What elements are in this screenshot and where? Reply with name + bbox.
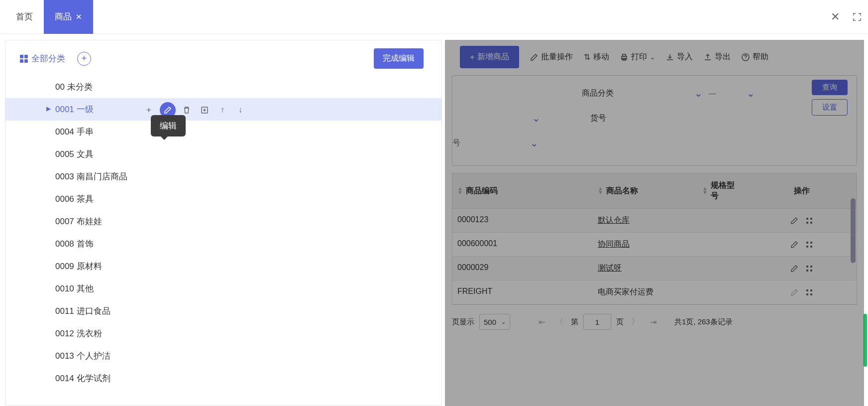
table-row[interactable]: 000600001协同商品: [452, 233, 857, 257]
category-item[interactable]: 0004 手串: [5, 121, 441, 143]
row-edit-button[interactable]: [790, 265, 798, 272]
page-next-button[interactable]: 〉: [629, 315, 642, 328]
category-panel: 全部分类 + 完成编辑 编辑 00 未分类▶0001 一级+↑↓0004 手串0…: [5, 40, 442, 406]
filter-category-input[interactable]: [622, 85, 691, 102]
close-icon[interactable]: ✕: [76, 12, 82, 21]
chevron-down-icon[interactable]: ⌄: [747, 87, 755, 99]
category-header-label: 全部分类: [31, 53, 65, 64]
page-word-after: 页: [616, 317, 624, 327]
done-edit-button[interactable]: 完成编辑: [374, 48, 424, 69]
category-item[interactable]: 0008 首饰: [5, 233, 441, 255]
page-first-button[interactable]: ⇤: [535, 315, 548, 328]
page-number-input[interactable]: 1: [583, 314, 611, 330]
cell-name: 协同商品: [593, 233, 697, 256]
category-item[interactable]: 0007 布娃娃: [5, 210, 441, 233]
th-code-label: 商品编码: [466, 186, 498, 196]
page-prev-button[interactable]: 〈: [553, 315, 566, 328]
help-button[interactable]: 帮助: [742, 52, 768, 62]
product-name-link[interactable]: 默认仓库: [598, 216, 630, 224]
chevron-down-icon[interactable]: ⌄: [694, 87, 703, 99]
export-button[interactable]: 导出: [704, 52, 731, 62]
print-button[interactable]: 打印 ⌄: [620, 52, 655, 62]
row-more-button[interactable]: [805, 265, 813, 272]
svg-rect-11: [806, 222, 808, 224]
cell-code: FREIGHT: [452, 280, 593, 304]
th-ops-label: 操作: [794, 186, 810, 196]
new-product-button[interactable]: + 新增商品: [460, 46, 519, 68]
category-item[interactable]: 0003 南昌门店商品: [5, 165, 441, 188]
category-item[interactable]: 0013 个人护洁: [5, 345, 441, 367]
tab-home[interactable]: 首页: [5, 0, 44, 34]
th-spec[interactable]: ▲▼规格型号: [697, 173, 747, 208]
chevron-down-icon[interactable]: ⌄: [530, 137, 539, 149]
category-code: 00: [55, 82, 65, 92]
category-item[interactable]: 0009 原材料: [5, 255, 441, 277]
category-label: 化学试剂: [77, 374, 110, 383]
expand-icon[interactable]: ▶: [46, 105, 51, 112]
th-name[interactable]: ▲▼商品名称: [593, 173, 697, 208]
category-label: 其他: [77, 284, 94, 293]
category-item[interactable]: 0014 化学试剂: [5, 367, 441, 390]
import-label: 导入: [677, 52, 693, 62]
category-item[interactable]: 0012 洗衣粉: [5, 322, 441, 345]
close-all-icon[interactable]: ✕: [824, 6, 846, 28]
query-button[interactable]: 查询: [812, 80, 848, 95]
th-code[interactable]: ▲▼商品编码: [452, 173, 593, 208]
category-item[interactable]: 0005 文具: [5, 143, 441, 165]
table-row[interactable]: FREIGHT电商买家付运费: [452, 280, 857, 304]
filter-box: 商品分类 ⌄ — ⌄ ⌄ 货号 号 ⌄ 查询 设置: [452, 75, 857, 166]
cell-name: 默认仓库: [593, 209, 697, 232]
category-item[interactable]: 0011 进口食品: [5, 300, 441, 322]
help-label: 帮助: [753, 52, 768, 62]
category-label: 一级: [77, 105, 94, 114]
fullscreen-icon[interactable]: [846, 6, 868, 28]
setting-category-button[interactable]: [198, 103, 212, 117]
cell-ops: [747, 257, 857, 280]
th-name-label: 商品名称: [606, 186, 638, 196]
move-down-button[interactable]: ↓: [233, 103, 247, 117]
row-more-button[interactable]: [805, 288, 813, 296]
product-name-link[interactable]: 测试呀: [598, 264, 622, 272]
top-right-icons: ✕: [824, 0, 868, 34]
chevron-down-icon[interactable]: ⌄: [532, 112, 541, 124]
page-last-button[interactable]: ⇥: [647, 315, 659, 328]
svg-rect-18: [810, 266, 812, 268]
move-label: 移动: [593, 52, 609, 62]
tab-product[interactable]: 商品 ✕: [44, 0, 93, 34]
move-up-button[interactable]: ↑: [216, 103, 229, 117]
cell-ops: [747, 280, 857, 304]
category-label: 未分类: [67, 82, 93, 92]
table-body: 0000123默认仓库000600001协同商品0000029测试呀FREIGH…: [452, 209, 857, 304]
category-label: 个人护洁: [77, 351, 110, 361]
per-page-value: 500: [484, 318, 496, 326]
product-name-link[interactable]: 协同商品: [598, 240, 630, 248]
row-more-button[interactable]: [805, 217, 813, 225]
filter-category-label: 商品分类: [582, 88, 622, 99]
batch-ops-button[interactable]: 批量操作: [530, 52, 573, 62]
table-header: ▲▼商品编码 ▲▼商品名称 ▲▼规格型号 操作: [452, 173, 857, 209]
sort-icon[interactable]: ▲▼: [702, 187, 708, 194]
category-code: 0003: [55, 172, 74, 181]
sort-icon[interactable]: ▲▼: [457, 187, 463, 194]
table-row[interactable]: 0000123默认仓库: [452, 209, 857, 233]
category-item[interactable]: ▶0001 一级+↑↓: [5, 98, 441, 121]
svg-rect-19: [806, 270, 808, 271]
category-item[interactable]: 0010 其他: [5, 277, 441, 300]
page-info: 共1页, 263条记录: [674, 317, 733, 327]
category-list[interactable]: 00 未分类▶0001 一级+↑↓0004 手串0005 文具0003 南昌门店…: [5, 76, 441, 395]
category-item[interactable]: 0006 茶具: [5, 188, 441, 210]
th-spec-label: 规格型号: [711, 180, 742, 201]
import-button[interactable]: 导入: [666, 52, 693, 62]
move-button[interactable]: ⇅ 移动: [584, 52, 609, 62]
page-word-before: 第: [571, 317, 578, 327]
row-edit-button[interactable]: [790, 241, 798, 249]
row-more-button[interactable]: [805, 241, 813, 249]
per-page-select[interactable]: 500 ⌄: [479, 314, 510, 330]
settings-button[interactable]: 设置: [812, 99, 848, 116]
add-category-button[interactable]: +: [77, 52, 91, 66]
row-edit-button[interactable]: [790, 217, 798, 225]
category-item[interactable]: 00 未分类: [5, 76, 441, 98]
sort-icon[interactable]: ▲▼: [598, 187, 603, 194]
table-row[interactable]: 0000029测试呀: [452, 257, 857, 280]
table-scrollbar[interactable]: [851, 198, 856, 263]
